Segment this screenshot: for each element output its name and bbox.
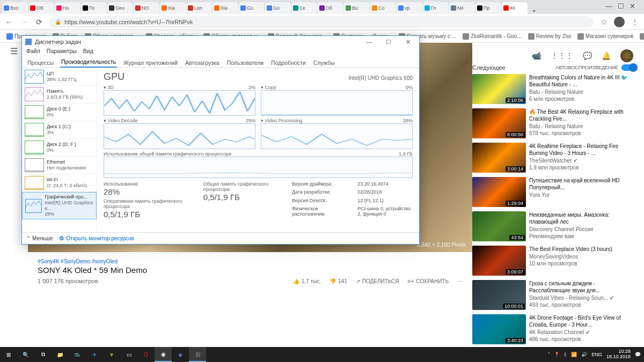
share-button[interactable]: ↗ ПОДЕЛИТЬСЯ <box>356 278 399 284</box>
browser-tab[interactable]: Пс <box>81 2 107 14</box>
save-button[interactable]: ≡+ СОХРАНИТЬ <box>408 278 449 284</box>
like-button[interactable]: 👍 1,7 тыс. <box>293 278 321 284</box>
recommendation[interactable]: 8:00:50🔥 The Best 4K Relaxing Fireplace … <box>472 108 636 138</box>
tm-sidebar-item[interactable]: Wi-FiO: 24,0 Т: 0 кбит/с <box>22 174 97 192</box>
recommendation[interactable]: 3:09:07The Best Fireplace Video (3 hours… <box>472 246 636 276</box>
video-hashtags[interactable]: #Sony4K #SonyDemo #sonyOled <box>38 258 463 264</box>
browser-tab[interactable]: 4K <box>502 2 528 14</box>
recommendation[interactable]: 10:00:01Гроза с сильным дождем - Расслаб… <box>472 280 636 310</box>
browser-tab[interactable]: Go <box>265 2 291 14</box>
tm-minimize[interactable]: — <box>361 39 377 45</box>
tm-sidebar-item[interactable]: EthernetНет подключения <box>22 157 97 174</box>
telegram-icon[interactable]: ✈ <box>86 347 103 362</box>
close-icon[interactable]: ✕ <box>630 2 635 10</box>
browser-tab[interactable]: Ск <box>291 2 317 14</box>
browser-tab[interactable]: Вхо <box>2 2 28 14</box>
bluetooth-icon[interactable]: ᛒ <box>564 352 567 357</box>
browser-tab[interactable]: Len <box>186 2 212 14</box>
avatar[interactable] <box>620 49 633 62</box>
menu-icon[interactable]: ⋮ <box>630 18 640 26</box>
bookmark[interactable]: ZloiRomantik - Goo... <box>460 33 523 40</box>
tm-menu-item[interactable]: Параметры <box>47 48 77 57</box>
app-icon[interactable]: ◆ <box>172 347 189 362</box>
recommendation[interactable]: 2:10:06Breathtaking Colors of Nature in … <box>472 74 636 104</box>
browser-tab[interactable]: Go <box>239 2 265 14</box>
profile-icon[interactable] <box>614 17 625 27</box>
tm-sidebar-item[interactable]: Диск 2 (D; F:)0% <box>22 139 97 157</box>
tm-menu-item[interactable]: Вид <box>83 48 93 57</box>
resource-monitor-link[interactable]: 🛇 Открыть монитор ресурсов <box>59 235 134 241</box>
apps-icon[interactable]: ⋮⋮⋮ <box>551 51 573 60</box>
url-input[interactable]: 🔒 https://www.youtube.com/watch?v=U--7hx… <box>49 16 594 28</box>
tm-tab[interactable]: Производительность <box>60 57 117 68</box>
tm-sidebar-item[interactable]: Графический про...Intel(R) UHD Graphics … <box>22 192 97 219</box>
opera-icon[interactable]: O <box>137 347 155 362</box>
recommendation[interactable]: 1:29:04Путешествие на край вселенной HD … <box>472 177 636 207</box>
browser-tab[interactable]: Гл <box>423 2 449 14</box>
store-icon[interactable]: 🛍 <box>69 347 86 362</box>
tm-tab[interactable]: Процессы <box>26 58 55 68</box>
reload-button[interactable]: ⟳ <box>34 18 44 26</box>
wifi-icon[interactable]: 📶 <box>571 352 577 357</box>
notifications-icon[interactable]: 💬 <box>635 352 641 357</box>
tm-menu-item[interactable]: Файл <box>26 48 40 57</box>
tm-maximize[interactable]: ☐ <box>380 39 397 46</box>
tray-chevron-icon[interactable]: ˆ <box>548 352 550 357</box>
location-icon[interactable]: 📍 <box>554 352 560 357</box>
tm-sidebar-item[interactable]: Память2,6/3,8 ГБ (68%) <box>22 86 97 104</box>
maximize-icon[interactable]: ☐ <box>618 2 624 10</box>
tm-close[interactable]: ✕ <box>400 39 416 46</box>
browser-tab[interactable]: Geo <box>107 2 133 14</box>
back-button[interactable]: ← <box>4 18 14 26</box>
other-bookmarks[interactable]: Другие закладки <box>638 33 644 40</box>
search-icon[interactable]: 🔍 <box>17 347 34 362</box>
browser-tab[interactable]: Об <box>318 2 343 14</box>
more-button[interactable]: ⋯ <box>457 278 463 284</box>
browser-tab[interactable]: Пр <box>475 2 501 14</box>
browser-tab[interactable]: Bo <box>344 2 370 14</box>
recommendation[interactable]: 43:54Неизведанные миры. Амазонка: плаваю… <box>472 211 636 241</box>
browser-tab[interactable]: OB <box>28 2 54 14</box>
browser-tab[interactable]: Co <box>370 2 396 14</box>
browser-tab[interactable]: vp <box>397 2 422 14</box>
browser-tab[interactable]: NO <box>134 2 159 14</box>
tm-tab[interactable]: Службы <box>312 58 336 68</box>
volume-icon[interactable]: 🔊 <box>581 352 587 357</box>
calc-icon[interactable]: ▭ <box>120 347 137 362</box>
language-indicator[interactable]: ENG <box>591 352 602 357</box>
notifications-icon[interactable]: 🔔 <box>602 51 611 60</box>
tm-tab[interactable]: Журнал приложений <box>122 58 179 68</box>
upload-icon[interactable]: 📹 <box>532 51 541 60</box>
chrome-icon[interactable]: ◉ <box>155 347 172 362</box>
tm-tab[interactable]: Пользователи <box>226 58 265 68</box>
autoplay-toggle[interactable] <box>621 64 636 71</box>
browser-tab[interactable]: Xia <box>160 2 186 14</box>
tm-sidebar-item[interactable]: Диск 0 (E:)0% <box>22 104 97 121</box>
star-icon[interactable]: ☆ <box>599 18 609 26</box>
task-view-icon[interactable]: ⧉ <box>34 347 52 362</box>
forward-button[interactable]: → <box>19 18 29 26</box>
bookmark[interactable]: Магазин сувениров <box>575 33 636 40</box>
explorer-icon[interactable]: 📁 <box>52 347 69 362</box>
minimize-icon[interactable]: — <box>605 2 612 10</box>
hamburger-icon[interactable]: ☰ <box>10 46 18 56</box>
messages-icon[interactable]: 💬 <box>583 51 592 60</box>
taskmgr-icon[interactable]: ▧ <box>189 347 206 362</box>
browser-tab[interactable]: Xia <box>213 2 238 14</box>
recommendation[interactable]: 3:40:234K Drone Footage - Bird's Eye Vie… <box>472 314 636 344</box>
clock[interactable]: 10:2818.10.2018 <box>606 349 631 360</box>
new-tab-button[interactable]: + <box>528 8 540 14</box>
bookmark[interactable]: Review by Zloi <box>526 33 573 40</box>
torrent-icon[interactable]: ▼ <box>103 347 120 362</box>
tm-sidebar-item[interactable]: ЦП38% 1,92 ГГц <box>22 68 97 86</box>
dislike-button[interactable]: 👎 141 <box>330 278 347 284</box>
start-button[interactable]: ⊞ <box>0 347 17 362</box>
recommendation[interactable]: 3:00:144K Realtime Fireplace - Relaxing … <box>472 143 636 173</box>
system-tray[interactable]: ˆ 📍 ᛒ 📶 🔊 ENG 10:2818.10.2018 💬 <box>545 349 644 360</box>
tm-tab[interactable]: Подробности <box>270 58 307 68</box>
tm-titlebar[interactable]: Диспетчер задач — ☐ ✕ <box>22 36 419 48</box>
tm-tab[interactable]: Автозагрузка <box>184 58 221 68</box>
tm-sidebar-item[interactable]: Диск 1 (C:)3% <box>22 121 97 139</box>
fewer-details-button[interactable]: ⌃ Меньше <box>26 235 53 241</box>
browser-tab[interactable]: Ho <box>55 2 80 14</box>
